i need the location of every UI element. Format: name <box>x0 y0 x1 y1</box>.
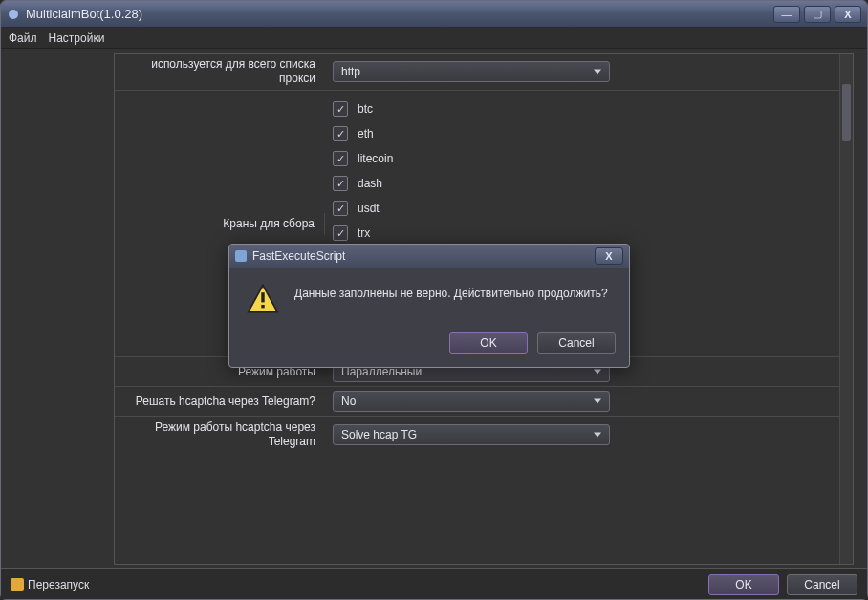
faucet-label: btc <box>358 102 373 116</box>
faucet-label: litecoin <box>358 152 393 165</box>
svg-point-0 <box>9 10 18 19</box>
checkbox[interactable]: ✓ <box>333 201 348 216</box>
bottom-bar: Перезапуск OK Cancel <box>1 568 867 599</box>
modal-titlebar: FastExecuteScript X <box>229 245 629 268</box>
modal-dialog: FastExecuteScript X Данные заполнены не … <box>228 244 630 368</box>
restart-button[interactable]: Перезапуск <box>11 578 89 591</box>
svg-rect-3 <box>261 305 264 308</box>
list-item: ✓ litecoin <box>333 146 845 171</box>
menubar: Файл Настройки <box>1 28 867 49</box>
hcap-mode-dropdown[interactable]: Solve hcap TG <box>333 424 610 445</box>
app-icon <box>7 8 20 21</box>
titlebar: MulticlaimBot(1.0.28) — ▢ X <box>1 1 867 28</box>
modal-ok-label: OK <box>480 336 496 350</box>
restart-icon <box>11 578 24 591</box>
warning-icon <box>247 283 279 315</box>
cancel-button[interactable]: Cancel <box>787 574 857 595</box>
window-title: MulticlaimBot(1.0.28) <box>26 7 142 21</box>
svg-rect-2 <box>261 292 264 302</box>
checkbox[interactable]: ✓ <box>333 225 348 241</box>
faucets-label: Краны для сбора <box>115 213 325 235</box>
left-gutter <box>1 49 114 568</box>
main-window: MulticlaimBot(1.0.28) — ▢ X Файл Настрой… <box>0 0 868 600</box>
list-item: ✓ trx <box>333 221 845 246</box>
modal-app-icon <box>235 250 247 262</box>
proxy-type-label: используется для всего списка прокси <box>115 54 325 90</box>
hcap-tg-value: No <box>341 395 356 408</box>
hcap-tg-label: Решать hcaptcha через Telegram? <box>115 387 325 416</box>
row-hcap-tg: Решать hcaptcha через Telegram? No <box>115 387 853 417</box>
hcap-mode-label: Режим работы hcaptcha через Telegram <box>115 417 325 453</box>
modal-footer: OK Cancel <box>229 325 629 367</box>
menu-settings[interactable]: Настройки <box>49 32 105 45</box>
menu-file[interactable]: Файл <box>9 32 37 45</box>
ok-label: OK <box>735 578 751 591</box>
row-proxy-type: используется для всего списка прокси htt… <box>115 54 853 91</box>
maximize-button[interactable]: ▢ <box>804 6 831 23</box>
modal-cancel-button[interactable]: Cancel <box>537 332 616 354</box>
scrollbar-thumb[interactable] <box>842 84 851 141</box>
ok-button[interactable]: OK <box>708 574 779 595</box>
faucet-label: eth <box>358 127 374 140</box>
faucet-label: dash <box>358 177 382 190</box>
faucet-label: usdt <box>358 202 380 215</box>
restart-label: Перезапуск <box>28 578 89 591</box>
checkbox[interactable]: ✓ <box>333 176 348 191</box>
scrollbar[interactable] <box>839 54 853 564</box>
hcap-mode-value: Solve hcap TG <box>341 428 417 441</box>
close-button[interactable]: X <box>835 6 861 23</box>
row-hcap-mode: Режим работы hcaptcha через Telegram Sol… <box>115 417 853 453</box>
checkbox[interactable]: ✓ <box>333 151 348 166</box>
hcap-tg-dropdown[interactable]: No <box>333 391 610 412</box>
list-item: ✓ btc <box>333 96 845 121</box>
checkbox[interactable]: ✓ <box>333 126 348 141</box>
list-item: ✓ eth <box>333 121 845 146</box>
modal-ok-button[interactable]: OK <box>449 332 528 354</box>
modal-body: Данные заполнены не верно. Действительно… <box>229 268 629 325</box>
modal-close-button[interactable]: X <box>595 247 623 265</box>
checkbox[interactable]: ✓ <box>333 101 348 117</box>
modal-cancel-label: Cancel <box>558 336 594 350</box>
list-item: ✓ dash <box>333 171 845 196</box>
proxy-type-dropdown[interactable]: http <box>333 61 610 82</box>
list-item: ✓ usdt <box>333 196 845 221</box>
faucet-label: trx <box>358 226 370 240</box>
proxy-type-value: http <box>341 65 360 78</box>
modal-message: Данные заполнены не верно. Действительно… <box>294 283 608 300</box>
modal-title: FastExecuteScript <box>252 249 345 263</box>
minimize-button[interactable]: — <box>773 6 800 23</box>
cancel-label: Cancel <box>804 578 839 591</box>
